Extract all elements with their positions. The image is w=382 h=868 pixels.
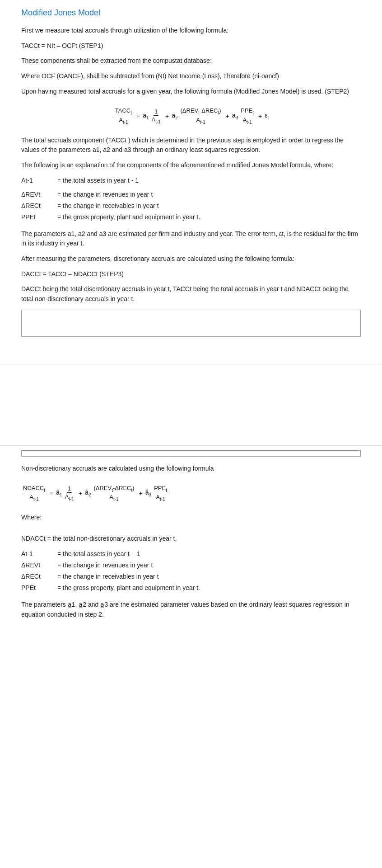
final-note: The parameters a̲1, a̲2 and a̲3 are the … [21, 600, 361, 619]
page-gap [0, 364, 382, 445]
arevt-definition: = the change in revenues in year t [57, 190, 153, 199]
ocf-note: Where OCF (OANCF), shall be subtracted f… [21, 71, 361, 81]
ndacc-formula-display: NDACCt At-1 = â1 1 At-1 + â2 (ΔREVt-ΔREC… [21, 485, 361, 502]
arect-definition: = the change in receivables in year t [57, 201, 159, 211]
one-over-a-fraction: 1 At-1 [151, 108, 162, 124]
ndacc-ppe-fraction: PPEt At-1 [153, 485, 168, 502]
at1-label: At-1 [21, 176, 57, 185]
ppet-label: PPEt [21, 212, 57, 222]
arect-label-2: ΔRECt [21, 572, 57, 581]
intro-para-1: First we measure total accruals through … [21, 26, 361, 36]
box-bottom [21, 310, 361, 337]
explanation-2: The following is an explanation of the c… [21, 160, 361, 170]
step3-formula: DACCt = TACCt – NDACCt (STEP3) [21, 269, 361, 279]
delta-rev-rec-fraction: (ΔREVt-ΔRECt) At-1 [179, 107, 222, 124]
ppet-def-row-2: PPEt = the gross property, plant and equ… [21, 583, 361, 593]
ndacc-delta-fraction: (ΔREVt-ΔRECt) At-1 [93, 485, 135, 502]
at1-def-row: At-1 = the total assets in year t - 1 [21, 176, 361, 185]
step2-formula-display: TACCt At-1 = a1 1 At-1 + a2 (ΔREVt-ΔRECt… [21, 107, 361, 124]
intro-para-2: These components shall be extracted from… [21, 56, 361, 66]
tacc-fraction: TACCt At-1 [114, 107, 133, 124]
at1-label-2: At-1 [21, 549, 57, 559]
box-top [21, 450, 361, 457]
step2-intro: Upon having measured total accruals for … [21, 87, 361, 97]
arect-definition-2: = the change in receivables in year t [57, 572, 159, 581]
ppe-fraction: PPEt At-1 [240, 107, 255, 124]
second-section: Non-discretionary accruals are calculate… [0, 445, 382, 652]
ndacc-intro: Non-discretionary accruals are calculate… [21, 464, 361, 474]
arect-def-row-2: ΔRECt = the change in receivables in yea… [21, 572, 361, 581]
at1-def-row-2: At-1 = the total assets in year t − 1 [21, 549, 361, 559]
ppet-definition: = the gross property, plant and equipmen… [57, 212, 200, 222]
arevt-def-row-2: ΔREVt = the change in revenues in year t [21, 561, 361, 570]
arevt-label-2: ΔREVt [21, 561, 57, 570]
dacc-definition: DACCt being the total discretionary accr… [21, 284, 361, 304]
page-title: Modified Jones Model [21, 8, 361, 18]
at1-definition-2: = the total assets in year t − 1 [57, 549, 140, 559]
definitions-list: At-1 = the total assets in year t - 1 ΔR… [21, 176, 361, 222]
arect-def-row: ΔRECt = the change in receivables in yea… [21, 201, 361, 211]
explanation-1: The total accruals component (TACCt ) wh… [21, 136, 361, 155]
arevt-def-row: ΔREVt = the change in revenues in year t [21, 190, 361, 199]
ndacc-fraction: NDACCt At-1 [22, 485, 46, 502]
definitions-list-2: At-1 = the total assets in year t − 1 ΔR… [21, 549, 361, 593]
after-params: After measuring the parameters, discreti… [21, 254, 361, 264]
at1-definition: = the total assets in year t - 1 [57, 176, 139, 185]
ndacc-one-over-a: 1 At-1 [64, 485, 75, 501]
ppet-label-2: PPEt [21, 583, 57, 593]
arevt-label: ΔREVt [21, 190, 57, 199]
ppet-def-row: PPEt = the gross property, plant and equ… [21, 212, 361, 222]
ppet-definition-2: = the gross property, plant and equipmen… [57, 583, 200, 593]
ndacct-def: NDACCt = the total non-discretionary acc… [21, 534, 361, 544]
step1-formula: TACCt = NIt – OCFt (STEP1) [21, 41, 361, 51]
arevt-definition-2: = the change in revenues in year t [57, 561, 153, 570]
arect-label: ΔRECt [21, 201, 57, 211]
where-label: Where: [21, 513, 361, 523]
params-note: The parameters a1, a2 and a3 are estimat… [21, 229, 361, 249]
